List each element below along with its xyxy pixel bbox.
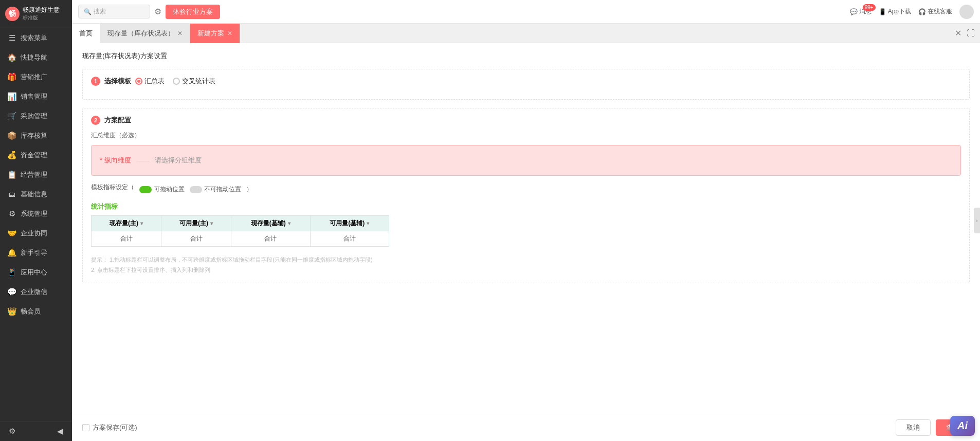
gear-icon[interactable]: ⚙ — [154, 7, 161, 16]
dim-hint: 请选择分组维度 — [155, 156, 202, 165]
sidebar-icon-system: ⚙ — [7, 209, 16, 218]
stats-cell-2: 合计 — [231, 231, 310, 247]
tips-section: 提示： 1.拖动标题栏可以调整布局，不可跨维度或指标区域拖动栏目字段(只能在同一… — [91, 255, 961, 275]
stats-table: 现存量(主) ▾ 可用量(主) ▾ 现存量(基辅 — [91, 215, 389, 247]
template-radio-group: 汇总表 交叉统计表 — [135, 77, 215, 86]
section-config: 2 方案配置 汇总维度（必选） * 纵向维度 —— 请选择分组维度 模板指标设定… — [82, 108, 970, 283]
sidebar-item-operation[interactable]: 📋经营管理 — [0, 165, 72, 185]
dim-dash: —— — [136, 157, 150, 164]
sidebar-icon-appstore: 📱 — [7, 268, 16, 277]
right-collapse-handle[interactable]: › — [974, 208, 980, 233]
save-label: 方案保存(可选) — [93, 423, 137, 432]
chevron-down-icon-3: ▾ — [367, 220, 369, 226]
stats-table-header-row: 现存量(主) ▾ 可用量(主) ▾ 现存量(基辅 — [92, 216, 389, 231]
sidebar-item-marketing[interactable]: 🎁营销推广 — [0, 67, 72, 87]
sidebar-icon-purchase: 🛒 — [7, 112, 16, 121]
tab-inventory-status[interactable]: 现存量（库存状况表） ✕ — [100, 24, 190, 43]
sidebar-item-system[interactable]: ⚙系统管理 — [0, 204, 72, 224]
user-avatar[interactable] — [959, 5, 974, 19]
sidebar-label-quick-nav: 快捷导航 — [21, 53, 47, 62]
toggle-non-draggable[interactable]: 不可拖动位置 — [190, 185, 241, 194]
radio-crosstab[interactable]: 交叉统计表 — [173, 77, 215, 86]
sidebar-item-wechat[interactable]: 💬企业微信 — [0, 282, 72, 302]
sidebar-label-finance: 资金管理 — [21, 151, 47, 160]
sidebar-item-search-menu[interactable]: ☰搜索菜单 — [0, 28, 72, 48]
sidebar-label-wechat: 企业微信 — [21, 287, 47, 297]
sidebar-item-cooperation[interactable]: 🤝企业协同 — [0, 224, 72, 243]
tabs-bar: 首页 现存量（库存状况表） ✕ 新建方案 ✕ ✕ ⛶ — [72, 24, 980, 43]
sidebar-item-sales[interactable]: 📊销售管理 — [0, 87, 72, 106]
app-download-label: App下载 — [888, 7, 911, 16]
tab-inventory-close[interactable]: ✕ — [177, 30, 183, 37]
tabs-actions: ✕ ⛶ — [955, 28, 980, 38]
sidebar-item-basic[interactable]: 🗂基础信息 — [0, 185, 72, 204]
sidebar-label-basic: 基础信息 — [21, 190, 47, 199]
stats-th-0[interactable]: 现存量(主) ▾ — [92, 216, 161, 231]
tab-new-scheme[interactable]: 新建方案 ✕ — [190, 24, 240, 43]
sidebar-icon-cooperation: 🤝 — [7, 229, 16, 238]
radio-summary-btn[interactable] — [135, 78, 142, 85]
sidebar-footer: ⚙ ◀ — [0, 421, 72, 441]
toggle-off-box — [190, 186, 202, 193]
save-checkbox-area[interactable]: 方案保存(可选) — [82, 423, 137, 432]
tab-inventory-label: 现存量（库存状况表） — [107, 29, 174, 38]
app-name: 畅康通好生意 — [23, 6, 60, 14]
collapse-icon[interactable]: ◀ — [56, 427, 65, 436]
sidebar-item-finance[interactable]: 💰资金管理 — [0, 145, 72, 165]
toggle-on-box — [139, 186, 152, 193]
stats-th-2-label: 现存量(基辅) — [251, 219, 286, 228]
save-checkbox[interactable] — [82, 424, 89, 431]
indicator-toggle-row: 模板指标设定（ 可拖动位置 不可拖动位置 ） — [91, 183, 961, 196]
summary-dim-label: 汇总维度（必选） — [91, 131, 961, 140]
sidebar-item-inventory[interactable]: 📦库存核算 — [0, 126, 72, 145]
sidebar-item-newbie[interactable]: 🔔新手引导 — [0, 243, 72, 263]
ai-assistant-badge[interactable]: Ai — [950, 416, 975, 436]
search-placeholder: 搜索 — [94, 7, 106, 16]
indicator-label-text: 模板指标设定（ — [91, 183, 134, 192]
app-download-link[interactable]: 📱 App下载 — [879, 7, 911, 16]
radio-summary[interactable]: 汇总表 — [135, 77, 165, 86]
chevron-down-icon-2: ▾ — [288, 220, 291, 226]
stats-cell-0: 合计 — [92, 231, 161, 247]
sidebar-label-member: 畅会员 — [21, 307, 41, 316]
radio-crosstab-btn[interactable] — [173, 78, 180, 85]
settings-icon[interactable]: ⚙ — [7, 427, 16, 436]
dimension-area[interactable]: * 纵向维度 —— 请选择分组维度 — [91, 145, 961, 176]
tab-close-action[interactable]: ✕ — [955, 28, 961, 38]
sidebar-icon-newbie: 🔔 — [7, 248, 16, 258]
section2-header: 2 方案配置 — [91, 116, 961, 125]
tab-new-scheme-label: 新建方案 — [197, 29, 224, 38]
stats-th-2[interactable]: 现存量(基辅) ▾ — [231, 216, 310, 231]
stats-th-3[interactable]: 可用量(基辅) ▾ — [310, 216, 389, 231]
customer-service-link[interactable]: 🎧 在线客服 — [918, 7, 952, 16]
dimension-inner: * 纵向维度 —— 请选择分组维度 — [100, 156, 952, 165]
search-icon: 🔍 — [84, 8, 92, 15]
topbar-right: 💬 消息 99+ 📱 App下载 🎧 在线客服 — [850, 5, 974, 19]
sidebar-label-system: 系统管理 — [21, 209, 47, 218]
tab-home[interactable]: 首页 — [72, 24, 100, 43]
sidebar-label-cooperation: 企业协同 — [21, 229, 47, 238]
sidebar-item-quick-nav[interactable]: 🏠快捷导航 — [0, 48, 72, 67]
sidebar-icon-marketing: 🎁 — [7, 72, 16, 82]
industry-btn[interactable]: 体验行业方案 — [166, 5, 220, 19]
toggle-close-paren: ） — [246, 185, 252, 194]
sidebar-item-member[interactable]: 👑畅会员 — [0, 302, 72, 321]
stats-th-1[interactable]: 可用量(主) ▾ — [161, 216, 231, 231]
sidebar-item-purchase[interactable]: 🛒采购管理 — [0, 106, 72, 126]
toggle-draggable[interactable]: 可拖动位置 — [139, 185, 185, 194]
section1-num: 1 — [91, 77, 100, 86]
sidebar-label-marketing: 营销推广 — [21, 72, 47, 82]
tab-new-scheme-close[interactable]: ✕ — [227, 30, 232, 37]
sidebar-item-appstore[interactable]: 📱应用中心 — [0, 263, 72, 282]
message-icon: 💬 — [850, 8, 858, 15]
search-box[interactable]: 🔍 搜索 — [78, 5, 150, 19]
stats-th-1-label: 可用量(主) — [179, 219, 208, 228]
chevron-down-icon-0: ▾ — [140, 220, 143, 226]
sidebar-label-search-menu: 搜索菜单 — [21, 33, 47, 43]
cancel-button[interactable]: 取消 — [896, 419, 931, 436]
headset-icon: 🎧 — [918, 8, 926, 15]
tab-expand-action[interactable]: ⛶ — [967, 29, 975, 38]
message-btn[interactable]: 💬 消息 99+ — [850, 7, 872, 16]
app-sub: 标准版 — [23, 14, 60, 22]
radio-summary-label: 汇总表 — [144, 77, 165, 86]
